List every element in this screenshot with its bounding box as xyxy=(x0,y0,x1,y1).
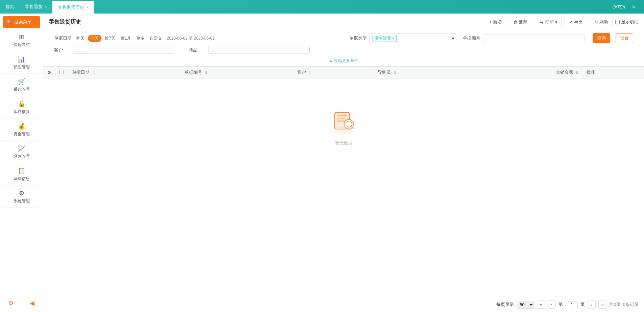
tab-retail-return-history[interactable]: 零售退货历史 × xyxy=(52,1,94,14)
search-icon: 🔍 xyxy=(7,20,12,25)
th-actual-amount[interactable]: 实销金额 ⇅ xyxy=(470,67,583,79)
query-btn[interactable]: 查询 xyxy=(593,33,610,43)
base-info-icon: 📋 xyxy=(18,167,25,175)
page-title: 零售退货历史 xyxy=(49,19,81,26)
tab-retail-return-history-close[interactable]: × xyxy=(86,5,89,10)
date-shortcuts: 昨天 今天 近7天 近1月 更多 自定义 xyxy=(74,35,164,42)
page-label: 第 xyxy=(558,302,563,308)
settings-btn[interactable]: 设置 xyxy=(616,33,633,43)
tab-home[interactable]: 首页 xyxy=(0,0,20,14)
page-input[interactable] xyxy=(566,301,578,308)
print-btn[interactable]: 🖨 打印 ▾ xyxy=(535,17,562,27)
pagination-bar: 每页显示 10 20 50 100 « ‹ 第 页 › » 共0页, 0条记录 xyxy=(43,297,644,312)
th-doc-no[interactable]: 单据编号 ⇅ xyxy=(181,67,293,79)
doc-type-select[interactable]: 零售退货 × ▾ xyxy=(369,34,457,43)
sort-icon-doc-no: ⇅ xyxy=(205,71,207,74)
search-menu-label: 搜索菜单 xyxy=(14,19,32,25)
customer-filter: 客户 xyxy=(54,46,175,54)
date-range-display: 2023-06-02 至 2023-06-02 xyxy=(167,36,214,41)
doc-type-label: 单据类型 xyxy=(349,35,367,41)
goods-input[interactable] xyxy=(208,46,310,54)
sidebar-item-operations[interactable]: 📈 经营管理 xyxy=(0,141,43,163)
print-chevron: ▾ xyxy=(555,20,557,25)
settings-icon: ⚙ xyxy=(47,70,51,75)
search-menu-btn[interactable]: 🔍 搜索菜单 xyxy=(3,16,40,28)
refresh-icon: ↻ xyxy=(594,20,598,25)
th-doc-date[interactable]: 单据日期 ⇅ xyxy=(68,67,181,79)
th-guide-label: 导购员 xyxy=(378,70,391,75)
sidebar-item-purchase-mgmt[interactable]: 🛒 采购管理 xyxy=(0,74,43,96)
collapse-icon: ▲ xyxy=(329,59,333,63)
doc-type-filter: 单据类型 零售退货 × ▾ xyxy=(349,34,457,43)
export-icon: ↗ xyxy=(569,20,573,25)
sidebar-item-label: 资金管理 xyxy=(14,131,30,137)
content-area: 零售退货历史 + 新增 🗑 删除 🖨 打印 ▾ ↗ 导出 xyxy=(43,14,644,312)
main-layout: 🔍 搜索菜单 ⊞ 快捷导航 📊 销售管理 🛒 采购管理 🔒 库存核算 💰 资金管… xyxy=(0,14,644,312)
top-bar: 首页 零售退货 × 零售退货历史 × OfTEn × xyxy=(0,0,644,14)
date-7days[interactable]: 近7天 xyxy=(103,35,117,42)
sidebar-item-system[interactable]: ⚙ 系统管理 xyxy=(0,185,43,208)
sidebar-item-inventory[interactable]: 🔒 库存核算 xyxy=(0,96,43,118)
th-checkbox[interactable] xyxy=(55,67,68,79)
page-prev-btn[interactable]: ‹ xyxy=(548,300,556,309)
new-btn[interactable]: + 新增 xyxy=(485,17,506,27)
sidebar-settings-btn[interactable]: ⚙ xyxy=(5,298,16,309)
doc-type-tag-text: 零售退货 × xyxy=(375,36,395,41)
show-detail-label: 显示明细 xyxy=(621,19,639,25)
toolbar-buttons: + 新增 🗑 删除 🖨 打印 ▾ ↗ 导出 ↻ xyxy=(485,17,639,27)
page-header: 零售退货历史 + 新增 🗑 删除 🖨 打印 ▾ ↗ 导出 xyxy=(43,14,644,67)
tab-retail-return-close[interactable]: × xyxy=(45,4,47,9)
date-filter: 单据日期 昨天 今天 近7天 近1月 更多 自定义 2023-06-02 至 2… xyxy=(54,35,215,42)
refresh-btn[interactable]: ↻ 刷新 xyxy=(590,17,613,27)
doc-type-tag[interactable]: 零售退货 × xyxy=(373,35,397,42)
print-label: 打印 xyxy=(545,19,554,25)
date-custom[interactable]: 自定义 xyxy=(148,35,164,42)
th-guide[interactable]: 导购员 ⇅ xyxy=(374,67,470,79)
date-today[interactable]: 今天 xyxy=(88,35,101,42)
per-page-select[interactable]: 10 20 50 100 xyxy=(517,301,534,309)
customer-input[interactable] xyxy=(74,46,175,54)
th-actual-amount-label: 实销金额 xyxy=(556,70,573,75)
delete-btn[interactable]: 🗑 删除 xyxy=(509,17,532,27)
sidebar-item-sales-mgmt[interactable]: 📊 销售管理 xyxy=(0,51,43,74)
tab-home-label: 首页 xyxy=(5,4,14,10)
tab-retail-return[interactable]: 零售退货 × xyxy=(20,0,52,14)
sidebar-bottom: ⚙ ◀ xyxy=(0,294,43,312)
page-first-btn[interactable]: « xyxy=(537,300,545,309)
show-detail-checkbox[interactable]: 显示明细 xyxy=(615,19,639,25)
finance-icon: 💰 xyxy=(18,122,25,130)
page-last-btn[interactable]: » xyxy=(598,300,606,309)
page-next-btn[interactable]: › xyxy=(588,300,596,309)
th-settings[interactable]: ⚙ xyxy=(43,67,55,79)
th-operation: 操作 xyxy=(582,67,644,79)
sort-icon-customer: ⇅ xyxy=(308,71,311,74)
sidebar-collapse-btn[interactable]: ◀ xyxy=(27,298,38,309)
sidebar-item-finance[interactable]: 💰 资金管理 xyxy=(0,118,43,141)
show-detail-check[interactable] xyxy=(615,20,620,24)
collapse-label: 收起更多条件 xyxy=(334,58,358,64)
topbar-right: OfTEn × xyxy=(612,2,644,12)
sidebar-item-base-info[interactable]: 📋 基础信息 xyxy=(0,163,43,185)
date-yesterday[interactable]: 昨天 xyxy=(74,35,87,42)
operations-icon: 📈 xyxy=(18,145,25,152)
collapse-bar[interactable]: ▲ 收起更多条件 xyxy=(54,57,633,66)
table-header-row: ⚙ 单据日期 ⇅ 单据编号 ⇅ xyxy=(43,67,644,79)
date-1month[interactable]: 近1月 xyxy=(119,35,133,42)
doc-type-chevron: ▾ xyxy=(452,36,454,41)
goods-label: 商品 xyxy=(189,47,206,53)
table-wrapper: ⚙ 单据日期 ⇅ 单据编号 ⇅ xyxy=(43,67,644,297)
window-close-btn[interactable]: × xyxy=(629,2,639,12)
select-all-checkbox[interactable] xyxy=(59,70,64,74)
sidebar-item-quick-nav[interactable]: ⊞ 快捷导航 xyxy=(0,29,43,51)
doc-no-input[interactable] xyxy=(483,35,585,42)
often-label: OfTEn xyxy=(612,4,625,9)
doc-no-filter: 单据编号 xyxy=(463,35,585,42)
inventory-icon: 🔒 xyxy=(18,100,25,108)
sort-icon-guide: ⇅ xyxy=(393,71,396,74)
date-more[interactable]: 更多 xyxy=(134,35,146,42)
sidebar-item-label: 采购管理 xyxy=(14,87,30,92)
th-doc-date-label: 单据日期 xyxy=(72,70,90,75)
filter-area: 单据日期 昨天 今天 近7天 近1月 更多 自定义 2023-06-02 至 2… xyxy=(49,30,639,66)
export-btn[interactable]: ↗ 导出 xyxy=(565,17,587,27)
th-customer[interactable]: 客户 ⇅ xyxy=(293,67,374,79)
